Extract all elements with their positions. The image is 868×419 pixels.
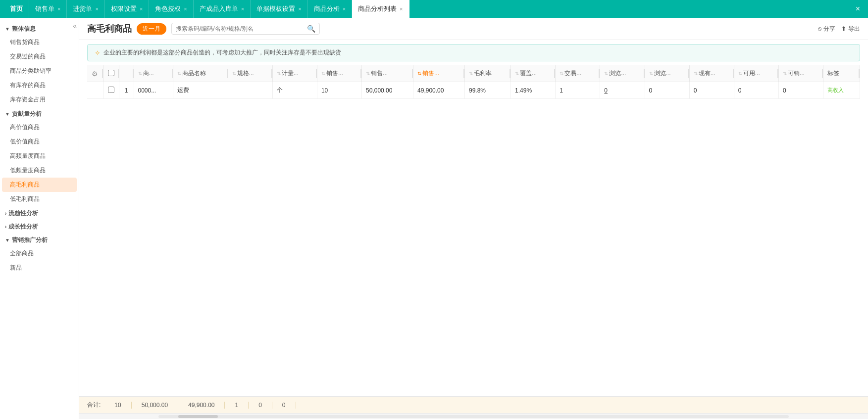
sort-icon-sellable: ⇅ xyxy=(783,71,787,76)
col-transaction[interactable]: ⇅ 交易... xyxy=(556,65,600,82)
table-header-row: ⚙ ⇅ 商... xyxy=(87,65,860,82)
footer-cell-available1: 0 xyxy=(272,402,296,409)
col-gross-margin[interactable]: ⇅ 毛利率 xyxy=(465,65,511,82)
col-name[interactable]: ⇅ 商品名称 xyxy=(173,65,228,82)
filter-recent-month-button[interactable]: 近一月 xyxy=(137,23,166,35)
close-sales-order[interactable]: × xyxy=(57,6,60,12)
sort-icon-sales-profit: ⇅ xyxy=(417,71,421,76)
sidebar-item-inventory-occupation[interactable]: 库存资金占用 xyxy=(0,93,79,107)
marketing-analysis-arrow: ▼ xyxy=(5,237,10,243)
col-available1[interactable]: ⇅ 现有... xyxy=(689,65,734,82)
col-sales-qty[interactable]: ⇅ 销售... xyxy=(317,65,361,82)
sidebar-item-low-margin-goods[interactable]: 低毛利商品 xyxy=(0,192,79,206)
overall-info-arrow: ▼ xyxy=(5,26,10,32)
column-settings-icon[interactable]: ⚙ xyxy=(92,70,98,78)
search-box[interactable]: 🔍 xyxy=(171,23,320,35)
scrollbar-track[interactable] xyxy=(158,415,789,418)
nav-tab-form-template[interactable]: 单据模板设置 × xyxy=(251,0,307,18)
row-available2-cell: 0 xyxy=(734,82,778,99)
footer-total: 合计: 10 50,000.00 49,900.00 1 0 0 xyxy=(79,396,868,413)
sidebar-item-high-freq-goods[interactable]: 高频量度商品 xyxy=(0,149,79,163)
sidebar-item-goods-assist-rate[interactable]: 商品分类助销率 xyxy=(0,64,79,78)
sidebar-collapse-button[interactable]: « xyxy=(73,22,77,30)
col-tag[interactable]: 标签 xyxy=(823,65,860,82)
row-seq-cell: 1 xyxy=(119,82,134,99)
nav-tab-product-entry[interactable]: 产成品入库单 × xyxy=(194,0,251,18)
sort-icon-coverage: ⇅ xyxy=(515,71,519,76)
row-sales-qty-cell: 10 xyxy=(317,82,361,99)
col-sales-profit[interactable]: ⇅ 销售... xyxy=(413,65,465,82)
sort-icon-available2: ⇅ xyxy=(738,71,742,76)
sort-icon-sales-amount: ⇅ xyxy=(366,71,370,76)
col-spec[interactable]: ⇅ 规格... xyxy=(228,65,272,82)
row-available1-cell: 0 xyxy=(689,82,734,99)
select-all-checkbox[interactable] xyxy=(108,70,114,76)
search-input[interactable] xyxy=(176,25,307,32)
nav-tab-role-permission[interactable]: 角色授权 × xyxy=(149,0,193,18)
export-button[interactable]: ⬆ 导出 xyxy=(841,25,860,33)
share-button[interactable]: ⎋ 分享 xyxy=(818,25,835,33)
sidebar-group-overall-info[interactable]: ▼ 整体信息 xyxy=(0,22,79,35)
sidebar-item-all-goods[interactable]: 全部商品 xyxy=(0,246,79,261)
col-sellable[interactable]: ⇅ 可销... xyxy=(778,65,823,82)
sort-icon-spec: ⇅ xyxy=(232,71,236,76)
close-role-permission[interactable]: × xyxy=(184,6,187,12)
footer-cell-browse1: 0 xyxy=(249,402,272,409)
sidebar-item-stocked-goods[interactable]: 有库存的商品 xyxy=(0,78,79,93)
table-container[interactable]: ⚙ ⇅ 商... xyxy=(79,65,868,396)
sidebar-item-sales-goods[interactable]: 销售货商品 xyxy=(0,35,79,49)
sort-icon-transaction: ⇅ xyxy=(560,71,563,76)
col-settings[interactable]: ⚙ xyxy=(87,65,103,82)
info-icon: ✧ xyxy=(95,49,101,57)
contribution-analysis-arrow: ▼ xyxy=(5,111,10,117)
col-coverage[interactable]: ⇅ 覆盖... xyxy=(511,65,556,82)
sort-icon-sales-qty: ⇅ xyxy=(321,71,325,76)
nav-tab-home[interactable]: 首页 xyxy=(4,0,29,18)
sidebar-item-high-value-goods[interactable]: 高价值商品 xyxy=(0,120,79,135)
sidebar-item-traded-goods[interactable]: 交易过的商品 xyxy=(0,49,79,64)
row-browse1-cell[interactable]: 0 xyxy=(600,82,645,99)
sidebar: « ▼ 整体信息 销售货商品 交易过的商品 商品分类助销率 有库存的商品 库存资… xyxy=(0,18,79,419)
sidebar-item-new-goods[interactable]: 新品 xyxy=(0,261,79,275)
scrollbar-thumb[interactable] xyxy=(178,415,218,418)
nav-tab-permission-settings[interactable]: 权限设置 × xyxy=(105,0,149,18)
col-browse2[interactable]: ⇅ 浏览... xyxy=(645,65,689,82)
nav-tab-product-analysis[interactable]: 商品分析 × xyxy=(308,0,352,18)
col-sales-amount[interactable]: ⇅ 销售... xyxy=(362,65,413,82)
col-unit[interactable]: ⇅ 计量... xyxy=(272,65,317,82)
row-spec-cell xyxy=(228,82,272,99)
sidebar-item-low-value-goods[interactable]: 低价值商品 xyxy=(0,135,79,149)
row-checkbox-cell[interactable] xyxy=(103,82,119,99)
horizontal-scrollbar[interactable] xyxy=(79,413,868,419)
close-all-tabs-button[interactable]: × xyxy=(852,4,864,13)
sort-icon-available1: ⇅ xyxy=(694,71,698,76)
nav-tab-sales-order[interactable]: 销售单 × xyxy=(29,0,67,18)
sidebar-group-contribution-analysis[interactable]: ▼ 贡献量分析 xyxy=(0,107,79,120)
close-product-entry[interactable]: × xyxy=(241,6,244,12)
data-table: ⚙ ⇅ 商... xyxy=(87,65,860,99)
col-browse1[interactable]: ⇅ 浏览... xyxy=(600,65,645,82)
info-banner: ✧ 企业的主要的利润都是这部分商品创造的，可考虑加大推广，同时关注库存是不要出现… xyxy=(87,44,860,61)
export-icon: ⬆ xyxy=(841,25,846,32)
nav-tab-purchase-order[interactable]: 进货单 × xyxy=(67,0,104,18)
sidebar-group-marketing-analysis[interactable]: ▼ 营销推广分析 xyxy=(0,233,79,246)
sidebar-item-low-freq-goods[interactable]: 低频量度商品 xyxy=(0,163,79,178)
col-seq xyxy=(119,65,134,82)
close-form-template[interactable]: × xyxy=(298,6,301,12)
sidebar-group-growth-analysis[interactable]: › 成长性分析 xyxy=(0,220,79,233)
col-checkbox[interactable] xyxy=(103,65,119,82)
close-product-analysis[interactable]: × xyxy=(343,6,346,12)
close-purchase-order[interactable]: × xyxy=(95,6,98,12)
sidebar-item-high-margin-goods[interactable]: 高毛利商品 xyxy=(2,178,77,192)
close-permission-settings[interactable]: × xyxy=(140,6,143,12)
row-gross-margin-cell: 99.8% xyxy=(465,82,511,99)
top-navigation: 首页 销售单 × 进货单 × 权限设置 × 角色授权 × 产成品入库单 × 单据… xyxy=(0,0,868,18)
search-icon[interactable]: 🔍 xyxy=(307,25,315,33)
sidebar-group-trend-analysis[interactable]: › 流趋性分析 xyxy=(0,206,79,220)
row-settings-cell xyxy=(87,82,103,99)
close-product-analysis-list[interactable]: × xyxy=(400,6,403,12)
row-checkbox[interactable] xyxy=(108,87,114,93)
col-available2[interactable]: ⇅ 可用... xyxy=(734,65,778,82)
col-code[interactable]: ⇅ 商... xyxy=(134,65,173,82)
nav-tab-product-analysis-list[interactable]: 商品分析列表 × xyxy=(352,0,409,18)
